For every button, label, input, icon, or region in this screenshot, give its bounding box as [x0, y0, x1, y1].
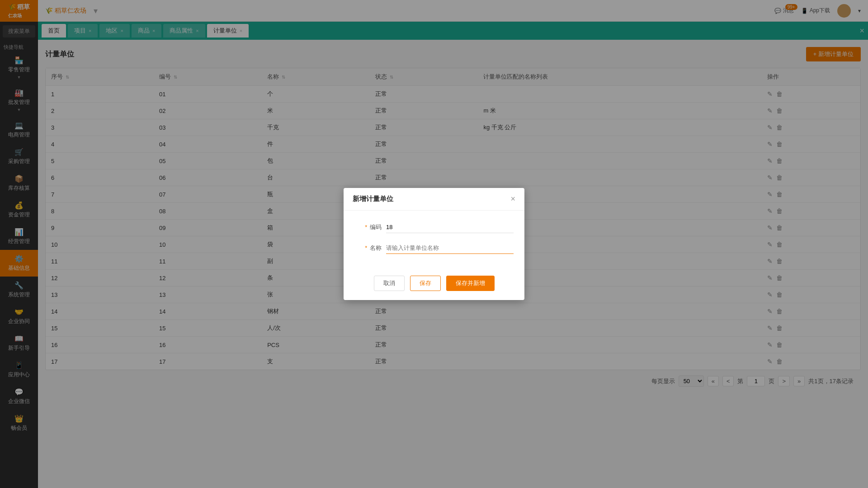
modal-overlay: 新增计量单位 × * 编码 * 名称 取消 保存 保存并新增 — [0, 0, 868, 488]
add-unit-modal: 新增计量单位 × * 编码 * 名称 取消 保存 保存并新增 — [344, 188, 524, 300]
code-input[interactable] — [386, 221, 514, 233]
name-field-row: * 名称 — [354, 242, 514, 254]
modal-footer: 取消 保存 保存并新增 — [344, 270, 524, 300]
modal-header: 新增计量单位 × — [344, 188, 524, 211]
name-field-label: * 名称 — [354, 244, 382, 252]
modal-close-button[interactable]: × — [510, 194, 515, 204]
modal-body: * 编码 * 名称 — [344, 211, 524, 270]
save-and-new-button[interactable]: 保存并新增 — [446, 276, 495, 291]
code-field-row: * 编码 — [354, 221, 514, 233]
cancel-button[interactable]: 取消 — [374, 276, 405, 291]
name-required-mark: * — [365, 244, 367, 251]
name-label-text: 名称 — [370, 244, 382, 251]
code-label-text: 编码 — [370, 224, 382, 230]
modal-title: 新增计量单位 — [353, 195, 393, 203]
name-input[interactable] — [386, 242, 514, 254]
save-button[interactable]: 保存 — [410, 276, 441, 291]
code-required-mark: * — [365, 224, 367, 230]
code-field-label: * 编码 — [354, 223, 382, 231]
